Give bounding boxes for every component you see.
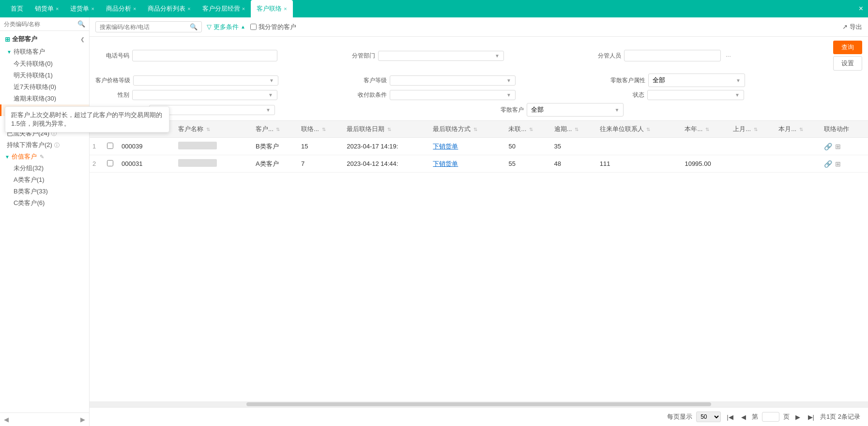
sort-icon-last-method[interactable]: ⇅ [473, 127, 477, 132]
filter-dept: 分管部门 ▼ [341, 51, 581, 61]
nav-item-customer-contact[interactable]: 客户联络 × [251, 0, 292, 17]
row-checkbox-cell[interactable] [104, 138, 119, 155]
last-contact-method[interactable]: 下销货单 [433, 160, 458, 167]
payment-select[interactable]: ▼ [390, 90, 516, 100]
row-checkbox[interactable] [107, 143, 113, 149]
nav-item-product-analysis-list[interactable]: 商品分析列表 × [142, 0, 196, 17]
more-conditions-arrow: ▲ [241, 24, 245, 29]
customer-level-select[interactable]: ▼ [390, 75, 516, 86]
row-not-contacted-cell: 50 [505, 138, 551, 155]
scroll-right-icon[interactable]: ▶ [80, 416, 85, 423]
nav-item-sales[interactable]: 销货单 × [29, 0, 64, 17]
nav-close-customer-segment[interactable]: × [242, 6, 245, 12]
next-page-button[interactable]: ▶ [793, 412, 802, 422]
arrow-down-icon: ▼ [7, 49, 12, 55]
nav-close-purchase[interactable]: × [91, 6, 94, 12]
col-header-contact-person: 往来单位联系人 ⇅ [597, 121, 682, 138]
manager-dots[interactable]: ··· [724, 52, 733, 59]
sort-icon-type[interactable]: ⇅ [276, 127, 280, 132]
col-header-name: 客户名称 ⇅ [175, 121, 253, 138]
sidebar-item-class-b[interactable]: B类客户(33) [0, 186, 89, 197]
scroll-left-icon[interactable]: ◀ [4, 416, 9, 423]
sort-icon-contact-person[interactable]: ⇅ [646, 127, 650, 132]
nav-item-purchase[interactable]: 进货单 × [64, 0, 100, 17]
sidebar-collapse-icon[interactable]: ❮ [80, 37, 84, 42]
page-number-input[interactable]: 1 [762, 412, 779, 422]
gender-select[interactable]: ▼ [132, 90, 277, 100]
nav-close-customer-contact[interactable]: × [284, 6, 287, 12]
row-checkbox-cell[interactable] [104, 155, 119, 173]
filter-retail-customer: 零散客户 全部 ▼ [490, 103, 862, 117]
edit-group-icon[interactable]: ✎ [40, 154, 44, 160]
status-select[interactable]: ▼ [647, 90, 744, 100]
customer-name[interactable] [178, 142, 217, 149]
last-page-button[interactable]: ▶| [806, 412, 816, 422]
price-level-select[interactable]: ▼ [133, 75, 278, 86]
contact-action-icon[interactable]: 🔗 [824, 143, 832, 150]
row-not-contacted-cell: 55 [505, 155, 551, 173]
dept-select[interactable]: ▼ [378, 51, 504, 61]
nav-item-product-analysis[interactable]: 商品分析 × [100, 0, 142, 17]
export-button[interactable]: ↗ 导出 [842, 23, 862, 31]
col-header-this-year: 本年... ⇅ [682, 121, 730, 138]
my-customers-checkbox[interactable]: 我分管的客户 [250, 23, 296, 31]
sidebar-item-overdue-contact[interactable]: 逾期未联络(30) [0, 93, 89, 104]
row-type-cell: B类客户 [253, 138, 298, 155]
sort-icon-name[interactable]: ⇅ [206, 127, 210, 132]
not-contacted-days: 55 [508, 160, 515, 167]
filter-gender: 性别 ▼ [95, 90, 347, 100]
sidebar-search-icon[interactable]: 🔍 [77, 20, 85, 28]
page-size-select[interactable]: 50 20 100 200 [696, 411, 721, 422]
sort-icon-overdue[interactable]: ⇅ [575, 127, 579, 132]
sidebar-item-class-c[interactable]: C类客户(6) [0, 197, 89, 209]
prev-page-button[interactable]: ◀ [739, 412, 748, 422]
settings-button[interactable]: 设置 [833, 56, 862, 71]
nav-close-sales[interactable]: × [56, 6, 59, 12]
nav-close-product-analysis-list[interactable]: × [187, 6, 190, 12]
contact-action-icon[interactable]: 🔗 [824, 160, 832, 168]
phone-input[interactable] [132, 50, 277, 61]
window-close-button[interactable]: × [859, 4, 863, 13]
all-customers-section[interactable]: ⊞ 全部客户 ❮ [0, 33, 89, 45]
sort-icon-last-month[interactable]: ⇅ [754, 127, 758, 132]
pending-contact-group[interactable]: ▼ 待联络客户 [0, 45, 89, 58]
more-conditions-button[interactable]: ▽ 更多条件 ▲ [207, 23, 245, 31]
sidebar-item-7day-contact[interactable]: 近7天待联络(0) [0, 81, 89, 93]
sidebar-item-class-a[interactable]: A类客户(1) [0, 174, 89, 186]
retail-customer-select[interactable]: 全部 ▼ [527, 103, 624, 117]
payment-arrow: ▼ [506, 92, 511, 98]
nav-close-product-analysis[interactable]: × [133, 6, 136, 12]
main-search-icon[interactable]: 🔍 [190, 23, 198, 30]
more-action-icon[interactable]: ⊞ [835, 143, 841, 150]
horizontal-scrollbar[interactable] [90, 401, 868, 407]
sidebar-search-input[interactable] [4, 21, 77, 28]
col-header-action: 联络动作 [821, 121, 868, 138]
sort-icon-this-month[interactable]: ⇅ [799, 127, 803, 132]
main-search-input[interactable] [100, 24, 190, 30]
row-last-month-cell [730, 155, 776, 173]
last-contact-method[interactable]: 下销货单 [433, 143, 458, 150]
sort-icon-not-contacted[interactable]: ⇅ [529, 127, 533, 132]
sidebar-item-declining[interactable]: 持续下滑客户(2) ⓘ [0, 139, 89, 151]
row-last-date-cell: 2023-04-12 14:44: [344, 155, 430, 173]
manager-input[interactable] [624, 50, 721, 61]
hscroll-thumb[interactable] [246, 402, 711, 406]
nav-item-home[interactable]: 首页 [5, 0, 29, 17]
retail-attr-select[interactable]: 全部 ▼ [648, 73, 745, 87]
sort-icon-contact-count[interactable]: ⇅ [322, 127, 326, 132]
sort-icon-last-date[interactable]: ⇅ [387, 127, 391, 132]
my-customers-check[interactable] [250, 24, 257, 30]
sort-icon-this-year[interactable]: ⇅ [705, 127, 709, 132]
query-button[interactable]: 查询 [833, 41, 862, 54]
first-page-button[interactable]: |◀ [725, 412, 735, 422]
sidebar-item-tomorrow-contact[interactable]: 明天待联络(1) [0, 70, 89, 81]
sidebar-item-ungrouped[interactable]: 未分组(32) [0, 162, 89, 174]
customer-value-group[interactable]: ▼ 价值客户 ✎ [0, 151, 89, 162]
more-action-icon[interactable]: ⊞ [835, 160, 841, 168]
nav-item-customer-segment[interactable]: 客户分层经营 × [197, 0, 251, 17]
customer-name[interactable] [178, 159, 217, 167]
col-header-last-date: 最后联络日期 ⇅ [344, 121, 430, 138]
sidebar-item-today-contact[interactable]: 今天待联络(0) [0, 58, 89, 70]
top-navigation: 首页 销货单 × 进货单 × 商品分析 × 商品分析列表 × 客户分层经营 × … [0, 0, 868, 17]
row-checkbox[interactable] [107, 160, 113, 166]
